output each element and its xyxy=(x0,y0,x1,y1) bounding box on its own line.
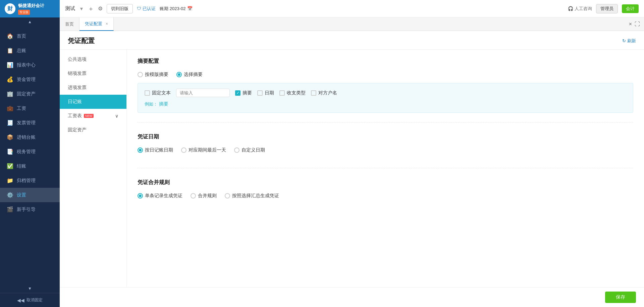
scroll-down-btn[interactable]: ▼ xyxy=(0,284,60,293)
radio-custom-date-circle xyxy=(234,147,239,153)
checkbox-income-type-box xyxy=(279,90,285,96)
radio-merge-rule[interactable]: 合并规则 xyxy=(191,193,217,199)
radio-journal-date[interactable]: 按日记账日期 xyxy=(138,147,173,153)
save-btn[interactable]: 保存 xyxy=(605,292,636,303)
sidebar-item-reports[interactable]: 📊 报表中心 xyxy=(0,58,60,72)
checkbox-summary-box xyxy=(235,90,240,96)
sidebar-nav: 🏠 首页 📋 总账 📊 报表中心 💰 资金管理 🏢 固定资产 💼 工资 xyxy=(0,26,60,284)
menu-item-purchase-invoice[interactable]: 进项发票 xyxy=(60,81,126,95)
sidebar-item-capital[interactable]: 💰 资金管理 xyxy=(0,72,60,87)
close-window-btn[interactable]: × xyxy=(629,21,632,27)
scroll-up-btn[interactable]: ▲ xyxy=(0,17,60,26)
consult-btn[interactable]: 🎧 人工咨询 xyxy=(568,6,592,12)
tab-home[interactable]: 首页 xyxy=(60,18,79,31)
settings-icon: ⚙️ xyxy=(7,192,13,198)
page-wrapper: 凭证配置 ↻ 刷新 公共选项 销项发票 xyxy=(60,31,644,307)
archive-icon: 📁 xyxy=(7,177,13,184)
fixed-assets-icon: 🏢 xyxy=(7,91,13,97)
checkbox-summary[interactable]: 摘要 xyxy=(235,90,252,96)
radio-select[interactable]: 选择摘要 xyxy=(176,72,203,78)
sidebar-item-guide[interactable]: 🎬 新手引导 xyxy=(0,202,60,217)
menu-item-fixed-assets[interactable]: 固定资产 xyxy=(60,123,126,137)
checkbox-counterparty-box xyxy=(311,90,316,96)
tab-voucher-config[interactable]: 凭证配置 × xyxy=(79,17,114,31)
radio-period-last-circle xyxy=(181,147,186,153)
page-title: 凭证配置 xyxy=(68,36,95,45)
bottom-bar: 保存 xyxy=(60,287,644,307)
window-btns: × ⛶ xyxy=(625,21,644,27)
radio-custom-date[interactable]: 自定义日期 xyxy=(234,147,265,153)
voucher-merge-radio-group: 单条记录生成凭证 合并规则 按照选择汇总生成凭证 xyxy=(138,193,633,199)
checkbox-fixed-text[interactable]: 固定文本 xyxy=(145,90,171,96)
sidebar-item-sales-purchase[interactable]: 📦 进销台账 xyxy=(0,130,60,144)
refresh-btn[interactable]: ↻ 刷新 xyxy=(622,38,636,44)
headset-icon: 🎧 xyxy=(568,6,573,11)
radio-select-circle xyxy=(176,72,182,77)
sidebar-item-settings[interactable]: ⚙️ 设置 xyxy=(0,188,60,202)
topbar-certified: 🛡 已认证 xyxy=(137,6,156,12)
radio-summary-gen-circle xyxy=(225,193,230,199)
section-voucher-date: 凭证日期 按日记账日期 对应期间最后一天 xyxy=(138,133,633,168)
calendar-icon[interactable]: 📅 xyxy=(187,6,193,11)
page-body: 公共选项 销项发票 进项发票 日记账 工资表 NEW xyxy=(60,50,644,287)
example-row: 例如： 摘要 xyxy=(145,101,626,107)
sidebar-item-payroll[interactable]: 💼 工资 xyxy=(0,101,60,116)
section-voucher-merge-title: 凭证合并规则 xyxy=(138,179,633,186)
switch-old-btn[interactable]: 切到旧版 xyxy=(107,4,133,13)
sidebar-item-tax[interactable]: 📑 税务管理 xyxy=(0,144,60,159)
sidebar: 财 畅捷通好会计 专业版 ▲ 🏠 首页 📋 总账 📊 报表中心 💰 xyxy=(0,0,60,307)
summary-radio-group: 按模版摘要 选择摘要 xyxy=(138,72,633,78)
left-menu: 公共选项 销项发票 进项发票 日记账 工资表 NEW xyxy=(60,50,127,287)
sidebar-item-closing[interactable]: ✅ 结账 xyxy=(0,159,60,173)
topbar-settings-btn[interactable]: ⚙ xyxy=(98,5,103,12)
menu-item-public[interactable]: 公共选项 xyxy=(60,52,126,67)
logo: 财 畅捷通好会计 专业版 xyxy=(0,0,60,17)
main-area: 测试 ▼ ＋ ⚙ 切到旧版 🛡 已认证 账期 2023-02 📅 🎧 人工咨询 … xyxy=(60,0,644,307)
content-area: 凭证配置 ↻ 刷新 公共选项 销项发票 xyxy=(60,31,644,307)
chevron-down-icon: ∨ xyxy=(115,113,118,119)
menu-item-journal[interactable]: 日记账 xyxy=(60,95,126,109)
ledger-icon: 📋 xyxy=(7,47,13,54)
summary-config-row: 固定文本 摘要 xyxy=(145,89,626,97)
guide-icon: 🎬 xyxy=(7,206,13,213)
tab-close-btn[interactable]: × xyxy=(106,21,108,26)
checkbox-date[interactable]: 日期 xyxy=(257,90,274,96)
sidebar-item-ledger[interactable]: 📋 总账 xyxy=(0,43,60,58)
radio-template[interactable]: 按模版摘要 xyxy=(138,72,168,78)
radio-summary-gen[interactable]: 按照选择汇总生成凭证 xyxy=(225,193,279,199)
menu-item-payroll[interactable]: 工资表 NEW ∨ xyxy=(60,109,126,123)
logo-text: 畅捷通好会计 专业版 xyxy=(18,3,44,15)
radio-journal-date-circle xyxy=(138,147,143,153)
section-summary: 摘要配置 按模版摘要 选择摘要 xyxy=(138,58,633,123)
logo-icon: 财 xyxy=(5,3,15,14)
sidebar-item-archive[interactable]: 📁 归档管理 xyxy=(0,173,60,188)
sidebar-item-home[interactable]: 🏠 首页 xyxy=(0,29,60,43)
new-badge: NEW xyxy=(84,114,94,118)
page-header: 凭证配置 ↻ 刷新 xyxy=(60,31,644,50)
radio-single[interactable]: 单条记录生成凭证 xyxy=(138,193,182,199)
refresh-icon: ↻ xyxy=(622,38,626,43)
home-icon: 🏠 xyxy=(7,33,13,39)
manager-btn[interactable]: 管理员 xyxy=(596,4,618,13)
closing-icon: ✅ xyxy=(7,163,13,169)
checkbox-date-box xyxy=(257,90,263,96)
section-summary-title: 摘要配置 xyxy=(138,58,633,65)
accountant-btn[interactable]: 会计 xyxy=(622,4,639,13)
radio-period-last[interactable]: 对应期间最后一天 xyxy=(181,147,226,153)
sidebar-item-invoice[interactable]: 🧾 发票管理 xyxy=(0,116,60,130)
menu-item-sales-invoice[interactable]: 销项发票 xyxy=(60,67,126,81)
summary-config-box: 固定文本 摘要 xyxy=(138,83,633,113)
reports-icon: 📊 xyxy=(7,62,13,68)
checkbox-income-type[interactable]: 收支类型 xyxy=(279,90,306,96)
section-voucher-merge: 凭证合并规则 单条记录生成凭证 合并规则 xyxy=(138,179,633,214)
topbar-add-btn[interactable]: ＋ xyxy=(88,5,94,13)
collapse-sidebar-btn[interactable]: ◀◀ 取消固定 xyxy=(0,293,60,307)
sidebar-item-fixed-assets[interactable]: 🏢 固定资产 xyxy=(0,87,60,101)
expand-window-btn[interactable]: ⛶ xyxy=(635,21,640,27)
checkbox-counterparty[interactable]: 对方户名 xyxy=(311,90,337,96)
radio-template-circle xyxy=(138,72,143,77)
fixed-text-input[interactable] xyxy=(176,89,230,97)
radio-merge-rule-circle xyxy=(191,193,196,199)
tab-bar: 首页 凭证配置 × × ⛶ xyxy=(60,17,644,31)
topbar-dropdown-arrow[interactable]: ▼ xyxy=(79,6,84,11)
